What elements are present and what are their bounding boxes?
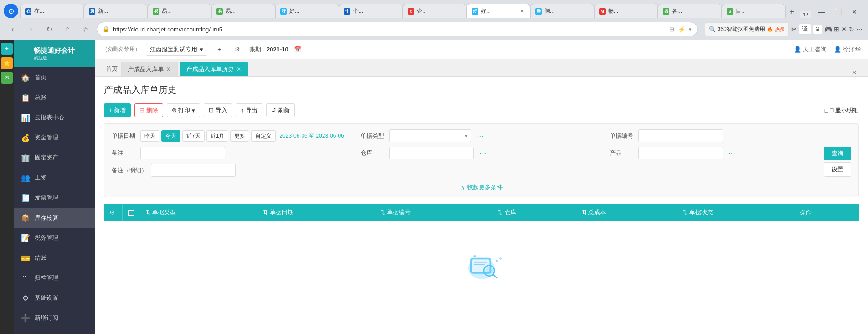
th-status[interactable]: ⇅ 单据状态 [677,204,794,221]
customer-service-button[interactable]: 👤 人工咨询 [794,46,827,54]
product-more-icon[interactable]: ··· [727,149,737,158]
sidebar-item-funds[interactable]: 💰 资金管理 [14,128,95,148]
tab-9[interactable]: 腾 腾... [530,4,594,18]
last7days-btn[interactable]: 近7天 [182,130,205,142]
today-btn[interactable]: 今天 [161,130,180,142]
settings-icon[interactable]: ⋯ [856,26,863,33]
th-type[interactable]: ⇅ 单据类型 [140,204,257,221]
header-settings-button[interactable]: ⚙ [231,43,244,56]
sidebar-item-inventory[interactable]: 📦 库存核算 [14,208,95,228]
mail-icon[interactable]: ✉ [1,72,13,84]
tab-4[interactable]: 易 易... [211,4,275,18]
sidebar-item-ledger[interactable]: 📋 总账 [14,87,95,108]
sync-icon[interactable]: ↻ [849,26,854,33]
warehouse-more-icon[interactable]: ··· [478,149,488,158]
tab-3[interactable]: 易 易... [148,4,211,18]
cut-icon[interactable]: ✂ [791,26,797,33]
tab-7[interactable]: C 企... [403,4,467,18]
page-tab-list[interactable]: 产成品入库单 ✕ [121,62,178,76]
note-detail-input[interactable] [151,164,236,177]
tab-favicon-8: 好 [472,8,478,15]
dropdown-arrow[interactable]: ▾ [689,26,692,32]
svg-point-9 [473,255,476,257]
new-tab-button[interactable]: + [786,5,798,18]
export-button[interactable]: ↑ 导出 [236,103,262,117]
column-settings-icon[interactable]: ⚙ [109,209,115,216]
tab-11[interactable]: 各 各... [658,4,722,18]
th-warehouse[interactable]: ⇅ 仓库 [492,204,576,221]
custom-btn[interactable]: 自定义 [251,130,276,142]
sidebar-item-settings[interactable]: ⚙ 基础设置 [14,288,95,308]
tab-2[interactable]: 新 新... [84,4,148,18]
tab-title-7: 企... [417,7,462,15]
forward-button[interactable]: › [24,22,38,36]
url-bar[interactable]: 🔒 https://cloud.chanjet.com/accounting/u… [97,22,698,36]
bookmark-button[interactable]: ☆ [78,22,93,36]
add-button[interactable]: + 新增 [104,103,131,117]
chanjet-icon[interactable]: ✦ [1,43,13,55]
smart-search-btn[interactable]: 🔍 360智能抠图免费用 🔥 热搜 [705,22,789,36]
calendar-icon[interactable]: 📅 [294,46,301,53]
grid-view-icon[interactable]: ⊞ [834,26,839,33]
minimize-button[interactable]: — [815,5,828,18]
restore-button[interactable]: ⬜ [832,5,844,18]
print-button[interactable]: ⊜ 打印 ▾ [167,103,200,117]
page-tab-history-close[interactable]: ✕ [236,66,241,72]
query-button[interactable]: 查询 [824,147,851,160]
theme-icon[interactable]: ☀ [841,26,847,33]
more-btn[interactable]: 更多 [230,130,249,142]
translate-btn[interactable]: 译 [799,24,811,35]
filter-settings-button[interactable]: 设置 [824,162,851,177]
warehouse-input[interactable] [389,147,474,159]
tab-1[interactable]: 在 在... [20,4,84,18]
number-input[interactable] [638,129,723,142]
tab-12[interactable]: S 目... [722,4,786,18]
note-input[interactable] [140,147,225,159]
company-selector[interactable]: 江西服宝测试专用 ▾ [146,44,207,56]
page-tab-list-close[interactable]: ✕ [166,66,171,72]
close-button[interactable]: ✕ [848,5,861,18]
th-number[interactable]: ⇅ 单据编号 [375,204,492,221]
user-profile-button[interactable]: 👤 徐泽华 [834,46,861,54]
import-button[interactable]: ⊡ 导入 [204,103,232,117]
show-details-toggle[interactable]: □ □ 显示明细 [825,106,859,114]
sidebar-item-tax[interactable]: 📝 税务管理 [14,228,95,248]
collapse-button[interactable]: ∧ 收起更多条件 [461,183,503,191]
sidebar-item-closing[interactable]: 💳 结账 [14,248,95,268]
star-icon[interactable]: ⭐ [1,57,13,69]
last1month-btn[interactable]: 近1月 [206,130,229,142]
yesterday-btn[interactable]: 昨天 [140,130,159,142]
sidebar-item-add-subscription[interactable]: ➕ 新增订阅 [14,308,95,328]
breadcrumb-home[interactable]: 首页 [102,62,121,76]
sidebar-logo-sub: 旗舰版 [34,55,75,61]
page-tab-history[interactable]: 产成品入库单历史 ✕ [180,62,248,76]
close-all-icon[interactable]: ✕ [848,69,861,76]
th-total-cost[interactable]: ⇅ 总成本 [576,204,677,221]
type-more-icon[interactable]: ··· [475,131,485,141]
th-settings[interactable]: ⚙ [104,204,122,221]
sidebar-item-home[interactable]: 🏠 首页 [14,67,95,87]
back-button[interactable]: ‹ [5,22,20,36]
sidebar-item-payroll[interactable]: 👥 工资 [14,168,95,188]
select-all-checkbox[interactable] [128,210,134,216]
tab-close-8[interactable]: ✕ [518,8,525,15]
refresh-button[interactable]: ↻ [42,22,56,36]
tab-5[interactable]: 好 好... [275,4,339,18]
tab-6[interactable]: 个 个... [339,4,403,18]
delete-button[interactable]: ⊟ 删除 [134,103,163,117]
game-icon[interactable]: 🎮 [824,26,832,33]
header-add-button[interactable]: + [213,43,226,56]
product-input[interactable] [638,147,723,159]
home-button[interactable]: ⌂ [60,22,75,36]
tab-10[interactable]: M 畅... [594,4,658,18]
sidebar-item-reports[interactable]: 📊 云报表中心 [14,108,95,128]
th-date[interactable]: ⇅ 单据日期 [257,204,375,221]
currency-btn[interactable]: ¥ [813,25,822,34]
sidebar-item-assets[interactable]: 🏢 固定资产 [14,148,95,168]
th-checkbox[interactable] [122,204,140,221]
type-select[interactable] [389,129,471,142]
refresh-button-content[interactable]: ↺ 刷新 [266,103,295,117]
sidebar-item-invoice[interactable]: 🧾 发票管理 [14,188,95,208]
tab-8[interactable]: 好 好... ✕ [467,4,530,18]
sidebar-item-archive[interactable]: 🗂 归档管理 [14,268,95,288]
